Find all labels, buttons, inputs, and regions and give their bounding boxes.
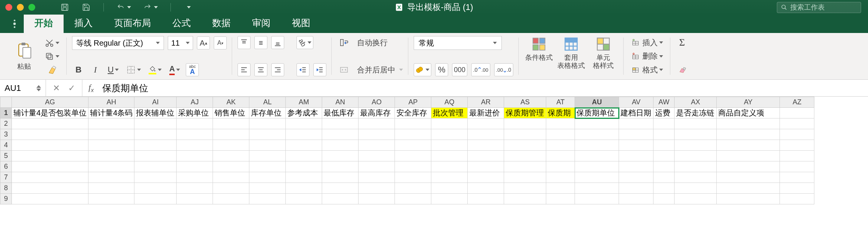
col-header-AX[interactable]: AX (675, 97, 717, 108)
cell-AK3[interactable] (213, 129, 249, 140)
cell-AM5[interactable] (286, 151, 322, 161)
row-header-4[interactable]: 4 (0, 140, 12, 151)
autosave-icon[interactable] (58, 1, 71, 14)
col-header-AH[interactable]: AH (88, 97, 134, 108)
cell-AM8[interactable] (286, 183, 322, 194)
orientation-button[interactable]: ab (296, 36, 313, 49)
cell-AU9[interactable] (575, 194, 619, 204)
cell-AZ8[interactable] (780, 183, 814, 194)
format-painter-button[interactable] (43, 63, 61, 76)
col-header-AG[interactable]: AG (12, 97, 88, 108)
cell-AK2[interactable] (213, 118, 249, 129)
cell-AO1[interactable]: 最高库存 (359, 108, 395, 118)
cell-AR7[interactable] (468, 172, 504, 183)
align-middle-button[interactable] (254, 36, 267, 49)
cell-AP2[interactable] (395, 118, 431, 129)
cell-AZ5[interactable] (780, 151, 814, 161)
copy-button[interactable] (43, 50, 61, 63)
col-header-AN[interactable]: AN (322, 97, 359, 108)
merge-center-button[interactable] (337, 63, 351, 76)
cell-AG8[interactable] (12, 183, 88, 194)
cell-AY3[interactable] (717, 129, 780, 140)
cell-AK8[interactable] (213, 183, 249, 194)
cell-AU5[interactable] (575, 151, 619, 161)
cell-AQ9[interactable] (431, 194, 468, 204)
cell-AO4[interactable] (359, 140, 395, 151)
decrease-font-button[interactable]: A▾ (214, 36, 227, 49)
cell-AN9[interactable] (322, 194, 359, 204)
close-window-button[interactable] (5, 4, 12, 11)
maximize-window-button[interactable] (28, 4, 35, 11)
cell-AX6[interactable] (675, 161, 717, 172)
row-header-5[interactable]: 5 (0, 151, 12, 161)
insert-cells-button[interactable]: 插入 (629, 36, 665, 49)
cell-AI1[interactable]: 报表辅单位 (134, 108, 177, 118)
cell-AU3[interactable] (575, 129, 619, 140)
cell-AU6[interactable] (575, 161, 619, 172)
cell-AW3[interactable] (653, 129, 675, 140)
cell-AN5[interactable] (322, 151, 359, 161)
qat-customize-button[interactable] (182, 1, 195, 14)
currency-button[interactable] (414, 63, 431, 76)
row-header-9[interactable]: 9 (0, 194, 12, 204)
col-header-AW[interactable]: AW (653, 97, 675, 108)
clear-button[interactable] (676, 63, 689, 76)
cell-AM7[interactable] (286, 172, 322, 183)
cell-AV8[interactable] (619, 183, 653, 194)
cell-styles-button[interactable]: 单元 格样式 (588, 36, 618, 69)
cell-AT2[interactable] (546, 118, 575, 129)
increase-font-button[interactable]: A▴ (197, 36, 210, 49)
tab-开始[interactable]: 开始 (24, 13, 64, 33)
cell-AX4[interactable] (675, 140, 717, 151)
cell-AP8[interactable] (395, 183, 431, 194)
cell-AL4[interactable] (249, 140, 286, 151)
col-header-AL[interactable]: AL (249, 97, 286, 108)
cell-AG4[interactable] (12, 140, 88, 151)
cell-AR2[interactable] (468, 118, 504, 129)
col-header-AY[interactable]: AY (717, 97, 780, 108)
col-header-AV[interactable]: AV (619, 97, 653, 108)
italic-button[interactable]: I (89, 63, 102, 76)
cell-AV1[interactable]: 建档日期 (619, 108, 653, 118)
cell-AI5[interactable] (134, 151, 177, 161)
fill-color-button[interactable] (147, 63, 164, 76)
cell-AI2[interactable] (134, 118, 177, 129)
cell-AI8[interactable] (134, 183, 177, 194)
cell-AX2[interactable] (675, 118, 717, 129)
bold-button[interactable]: B (72, 63, 85, 76)
cell-AV7[interactable] (619, 172, 653, 183)
search-sheet-input[interactable] (790, 3, 857, 12)
cell-AS2[interactable] (504, 118, 546, 129)
autosum-button[interactable]: Σ (676, 36, 689, 49)
cell-AS3[interactable] (504, 129, 546, 140)
decrease-indent-button[interactable] (296, 63, 310, 76)
cell-AV4[interactable] (619, 140, 653, 151)
cell-AJ6[interactable] (177, 161, 213, 172)
col-header-AU[interactable]: AU (575, 97, 619, 108)
cell-AQ6[interactable] (431, 161, 468, 172)
fx-label[interactable]: fx (82, 82, 100, 93)
cell-AL3[interactable] (249, 129, 286, 140)
redo-button[interactable] (141, 1, 160, 14)
cell-AY2[interactable] (717, 118, 780, 129)
cell-AI9[interactable] (134, 194, 177, 204)
cell-AS8[interactable] (504, 183, 546, 194)
cell-AO3[interactable] (359, 129, 395, 140)
col-header-AQ[interactable]: AQ (431, 97, 468, 108)
cell-AJ8[interactable] (177, 183, 213, 194)
cell-AM3[interactable] (286, 129, 322, 140)
cell-AV9[interactable] (619, 194, 653, 204)
cell-AP6[interactable] (395, 161, 431, 172)
cell-AR8[interactable] (468, 183, 504, 194)
cell-AO8[interactable] (359, 183, 395, 194)
phonetic-button[interactable]: abcA (186, 63, 199, 76)
cell-AN1[interactable]: 最低库存 (322, 108, 359, 118)
cell-AU1[interactable]: 保质期单位 (575, 108, 619, 118)
cell-AV6[interactable] (619, 161, 653, 172)
cell-AI7[interactable] (134, 172, 177, 183)
formula-content[interactable]: 保质期单位 (100, 82, 868, 94)
cell-AP9[interactable] (395, 194, 431, 204)
cell-AL8[interactable] (249, 183, 286, 194)
cell-AX3[interactable] (675, 129, 717, 140)
col-header-AO[interactable]: AO (359, 97, 395, 108)
